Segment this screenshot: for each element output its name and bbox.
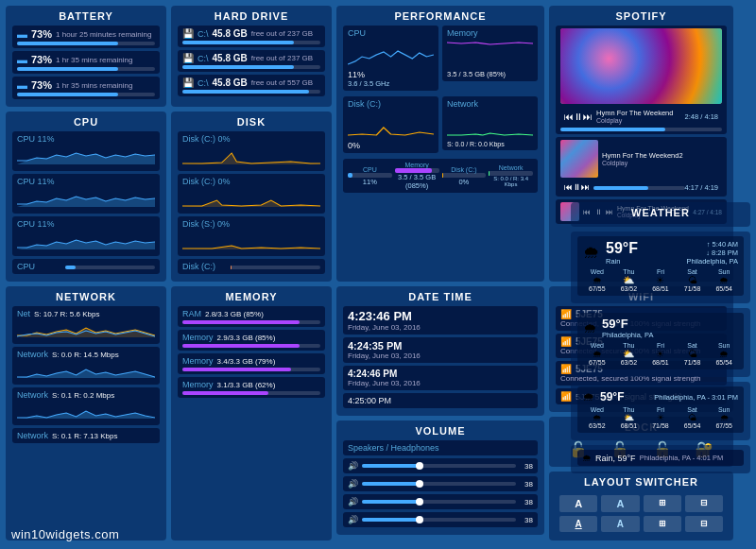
battery-item-1: ▬ 73% 1 hr 35 mins remaining — [12, 51, 160, 74]
dt-date-0: Friday, June 03, 2016 — [348, 323, 533, 332]
weather-main-title: WEATHER — [577, 207, 744, 218]
footer-url: win10widgets.com — [11, 527, 119, 541]
mem-label-1: Memory — [182, 333, 214, 342]
cpu-label-0: CPU 11% — [17, 134, 155, 144]
hd-detail-0: free out of 237 GB — [251, 29, 313, 38]
battery-title: BATTERY — [12, 10, 160, 22]
weather-day-1-0: Wed🌧67/55 — [583, 342, 611, 366]
battery-detail-0: 1 hour 25 minutes remaining — [56, 30, 151, 39]
net-value-2: S: 0.1 R: 0.2 Mbps — [52, 391, 114, 400]
weather-icon-0: 🌧 — [583, 243, 600, 263]
performance-widget: PERFORMANCE CPU 11% 3.6 / 3.5 GHz Memory — [336, 6, 544, 282]
vol-value-2: 38 — [520, 498, 533, 506]
perf-cpu-label: CPU — [348, 28, 434, 38]
net-item-2: Network S: 0.1 R: 0.2 Mbps — [12, 387, 160, 425]
hd-item-2: 💾 C:\ 45.8 GB free out of 557 GB — [178, 75, 325, 96]
net-value-1: S: 0.0 R: 14.5 Mbps — [52, 351, 119, 359]
harddrive-widget: HARD DRIVE 💾 C:\ 45.8 GB free out of 237… — [171, 6, 332, 107]
net-label-3: Network — [17, 431, 48, 440]
dt-time-3: 4:25:00 PM — [348, 396, 533, 405]
dt-time-1: 4:24:35 PM — [348, 340, 533, 352]
disk-label-2: Disk (S:) 0% — [182, 219, 320, 229]
perf-bottom-bar: CPU 11% Memory 3.5 / 3.5 GB (085%) Disk … — [343, 159, 538, 193]
disk-item-3: Disk (C:) — [178, 259, 325, 274]
disk-item-1: Disk (C:) 0% — [178, 174, 325, 214]
dt-date-2: Friday, June 03, 2016 — [348, 379, 533, 387]
net-item-0: Net S: 10.7 R: 5.6 Kbps — [12, 306, 160, 344]
disk-label-1: Disk (C:) 0% — [182, 177, 320, 186]
cpu-widget: CPU CPU 11% CPU 11% CPU 11% — [6, 112, 166, 282]
cpu-item-1: CPU 11% — [12, 174, 160, 214]
perf-bar-mem-pct: 3.5 / 3.5 GB (085%) — [395, 173, 439, 190]
hd-icon-2: 💾 — [182, 77, 194, 88]
weather-item-1: 🌧 59°F Philadelphia, PA Wed🌧67/55 Thu⛅63… — [571, 308, 750, 377]
hd-label-0: C:\ — [198, 29, 209, 39]
perf-net-value: S: 0.0 / R: 0.0 Kbps — [447, 141, 533, 147]
vol-icon-1: 🔊 — [348, 479, 358, 489]
mem-bar-3 — [182, 391, 268, 395]
spotify-title: SPOTIFY — [556, 10, 727, 22]
net-chart-2 — [17, 400, 155, 419]
spotify-album-art-1 — [560, 28, 722, 104]
cpu-chart-2 — [17, 229, 155, 249]
weather-day-0-3: Sat 🌤 71/58 — [679, 268, 707, 292]
perf-mem-label: Memory — [447, 28, 533, 38]
battery-icon-0: ▬ — [17, 28, 27, 40]
net-label-2: Network — [17, 390, 48, 400]
mem-bar-1 — [182, 344, 300, 348]
hd-icon-1: 💾 — [182, 53, 194, 63]
perf-net-label: Network — [447, 99, 533, 109]
mem-item-3: Memory 3.1/3.3 GB (62%) — [178, 377, 325, 398]
cpu-item-0: CPU 11% — [12, 131, 160, 171]
weather-sidebar: WEATHER 🌧 59°F Rain ↑ 5:40 AM ↓ 8:28 PM … — [571, 202, 750, 473]
perf-bar-mem-label: Memory — [395, 162, 439, 168]
volume-title: VOLUME — [343, 425, 538, 437]
perf-bar-cpu-pct: 11% — [348, 178, 392, 186]
net-item-3: Network S: 0.1 R: 7.13 Kbps — [12, 428, 160, 443]
weather-loc-3: Philadelphia, PA - 4:01 PM — [640, 454, 724, 462]
harddrive-title: HARD DRIVE — [178, 10, 325, 22]
hd-detail-1: free out of 237 GB — [251, 54, 313, 62]
net-value-0: S: 10.7 R: 5.6 Kbps — [34, 310, 99, 318]
cpu-label-1: CPU 11% — [17, 177, 155, 186]
weather-day-2-2: Fri☀71/58 — [646, 406, 675, 429]
vol-value-3: 38 — [520, 516, 533, 524]
cpu-item-2: CPU 11% — [12, 216, 160, 256]
weather-day-0-0: Wed 🌧 67/55 — [583, 268, 611, 292]
perf-mem-section: Memory 3.5 / 3.5 GB (85%) — [442, 26, 538, 94]
battery-bar-0 — [17, 42, 118, 45]
disk-label-0: Disk (C:) 0% — [182, 134, 320, 144]
vol-icon-2: 🔊 — [348, 497, 358, 506]
cpu-chart-1 — [17, 186, 155, 207]
datetime-widget: DATE TIME 4:23:46 PM Friday, June 03, 20… — [336, 286, 544, 416]
hd-bar-2 — [182, 90, 309, 94]
perf-mem-chart — [447, 38, 533, 66]
hd-value-2: 45.8 GB — [213, 77, 248, 88]
volume-widget: VOLUME Speakers / Headphones 🔊 38 🔊 — [336, 420, 544, 535]
battery-bar-1 — [17, 67, 118, 71]
memory-widget: MEMORY RAM 2.8/3.3 GB (85%) Memory 2.9/3… — [171, 286, 332, 540]
mem-label-2: Memory — [182, 356, 214, 366]
net-label-1: Network — [17, 350, 48, 359]
battery-pct-0: 73% — [31, 28, 52, 40]
weather-day-2-4: Sun🌧67/55 — [710, 406, 738, 429]
cpu-title: CPU — [12, 116, 160, 128]
battery-detail-2: 1 hr 35 mins remaining — [56, 81, 132, 90]
battery-detail-1: 1 hr 35 mins remaining — [56, 56, 132, 64]
perf-disk-section: Disk (C:) 0% — [343, 96, 438, 156]
vol-value-0: 38 — [520, 462, 533, 471]
dt-item-1: 4:24:35 PM Friday, June 03, 2016 — [343, 337, 538, 363]
center-col-bottom: DATE TIME 4:23:46 PM Friday, June 03, 20… — [336, 286, 544, 549]
battery-icon-1: ▬ — [17, 54, 27, 65]
weather-sunset-0: ↓ 8:28 PM — [687, 249, 738, 257]
vol-item-3: 🔊 38 — [343, 512, 538, 527]
cpu-item-3: CPU — [12, 259, 160, 274]
hd-bar-0 — [182, 41, 294, 44]
cpu-chart-0 — [17, 144, 155, 164]
hd-icon-0: 💾 — [182, 28, 194, 39]
vol-icon-3: 🔊 — [348, 515, 358, 524]
perf-net-chart — [447, 109, 533, 137]
weather-day-0-4: Sun 🌧 65/54 — [710, 268, 738, 292]
weather-icon-3: 🌧 — [582, 453, 592, 463]
weather-item-2: 🌧 59°F Philadelphia, PA - 3:01 PM Wed🌧63… — [571, 382, 750, 440]
